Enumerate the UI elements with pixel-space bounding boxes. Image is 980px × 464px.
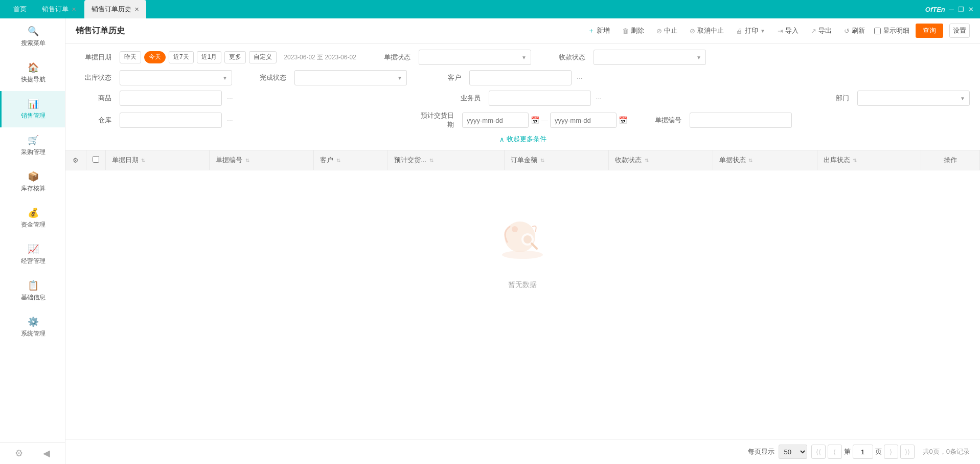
print-icon: 🖨 <box>736 27 743 35</box>
col-checkbox[interactable] <box>86 150 105 170</box>
col-settings[interactable]: ⚙ <box>65 150 86 170</box>
col-delivery-date[interactable]: 预计交货... ⇅ <box>388 150 505 170</box>
display-toggle[interactable]: 显示明细 <box>874 26 909 35</box>
date-btn-custom[interactable]: 自定义 <box>249 51 277 63</box>
warehouse-ellipsis-icon[interactable]: ··· <box>225 116 235 124</box>
page-number-input[interactable] <box>853 445 873 459</box>
salesperson-ellipsis-icon[interactable]: ··· <box>594 94 604 102</box>
salesperson-input[interactable] <box>489 91 591 106</box>
sort-order-no-icon: ⇅ <box>245 158 249 163</box>
customer-input[interactable] <box>469 70 572 85</box>
print-label: 打印 <box>745 26 758 35</box>
page-size-select[interactable]: 10 20 50 100 <box>779 445 807 459</box>
empty-svg <box>492 211 553 262</box>
page-header: 销售订单历史 ＋ 新增 🗑 删除 ⊘ 中止 ⊘ 取消中止 <box>65 18 980 43</box>
delivery-date-to-calendar-icon[interactable]: 📅 <box>619 116 627 124</box>
sidebar-settings-icon[interactable]: ⚙ <box>15 448 23 459</box>
delivery-date-label: 预计交货日期 <box>418 111 454 129</box>
col-order-no[interactable]: 单据编号 ⇅ <box>210 150 314 170</box>
customer-ellipsis-icon[interactable]: ··· <box>575 74 585 82</box>
sales-mgmt-icon: 📊 <box>28 98 39 109</box>
settings-button[interactable]: 设置 <box>949 24 970 38</box>
col-amount[interactable]: 订单金额 ⇅ <box>505 150 609 170</box>
tab-sales-order-history-close[interactable]: ✕ <box>134 6 139 13</box>
collapse-filter-btn[interactable]: ∧ 收起更多条件 <box>76 135 970 144</box>
print-button[interactable]: 🖨 打印 ▼ <box>733 24 768 37</box>
order-no-label: 单据编号 <box>646 116 681 125</box>
sys-mgmt-icon: ⚙️ <box>28 316 39 327</box>
restore-btn[interactable]: ❐ <box>958 6 964 13</box>
delivery-date-from-calendar-icon[interactable]: 📅 <box>531 116 539 124</box>
sidebar-item-quick-nav[interactable]: 🏠 快捷导航 <box>0 55 65 91</box>
page-summary: 共0页，0条记录 <box>923 447 970 456</box>
order-no-control <box>690 113 970 128</box>
product-input[interactable] <box>120 91 222 106</box>
col-order-status[interactable]: 单据状态 ⇅ <box>713 150 817 170</box>
sidebar-item-finance[interactable]: 💰 资金管理 <box>0 200 65 236</box>
svg-line-4 <box>532 244 537 249</box>
export-button[interactable]: ↗ 导出 <box>808 24 835 37</box>
order-no-input[interactable] <box>690 113 792 128</box>
refresh-button[interactable]: ↺ 刷新 <box>841 24 868 37</box>
add-label: 新增 <box>597 26 610 35</box>
dept-select[interactable]: ▼ <box>857 91 970 106</box>
sidebar-item-inventory[interactable]: 📦 库存核算 <box>0 164 65 200</box>
date-btn-last1m[interactable]: 近1月 <box>197 51 222 63</box>
tab-sales-order[interactable]: 销售订单 ✕ <box>35 0 83 18</box>
complete-status-chevron-icon: ▼ <box>397 75 402 81</box>
sidebar-item-search-menu[interactable]: 🔍 搜索菜单 <box>0 18 65 55</box>
delete-label: 删除 <box>631 26 644 35</box>
warehouse-input[interactable] <box>120 113 222 128</box>
cancel-stop-button[interactable]: ⊘ 取消中止 <box>687 24 727 37</box>
page-next-btn[interactable]: ⟩ <box>884 445 898 459</box>
stop-button[interactable]: ⊘ 中止 <box>653 24 680 37</box>
date-btn-today[interactable]: 今天 <box>144 51 166 63</box>
tab-sales-order-history-label: 销售订单历史 <box>92 5 131 14</box>
search-menu-icon: 🔍 <box>28 26 39 37</box>
query-button[interactable]: 查询 <box>916 24 943 38</box>
sidebar-bottom: ⚙ ◀ <box>0 442 65 464</box>
col-customer[interactable]: 客户 ⇅ <box>313 150 388 170</box>
stop-icon: ⊘ <box>656 27 662 35</box>
date-dash: — <box>541 117 548 124</box>
col-date[interactable]: 单据日期 ⇅ <box>105 150 210 170</box>
topbar: 首页 销售订单 ✕ 销售订单历史 ✕ OfTEn ─ ❐ ✕ <box>0 0 980 18</box>
sidebar-item-purchase-mgmt[interactable]: 🛒 采购管理 <box>0 127 65 164</box>
payment-status-select[interactable]: ▼ <box>594 50 706 65</box>
add-button[interactable]: ＋ 新增 <box>585 24 613 37</box>
delete-button[interactable]: 🗑 删除 <box>619 24 647 37</box>
tab-sales-order-history[interactable]: 销售订单历史 ✕ <box>84 0 146 18</box>
page-last-btn[interactable]: ⟩⟩ <box>900 445 915 459</box>
sidebar-item-operations[interactable]: 📈 经营管理 <box>0 236 65 273</box>
tab-home[interactable]: 首页 <box>6 0 34 18</box>
complete-status-select[interactable]: ▼ <box>294 70 407 85</box>
date-btn-more[interactable]: 更多 <box>224 51 246 63</box>
col-payment-status[interactable]: 收款状态 ⇅ <box>609 150 713 170</box>
date-btn-yesterday[interactable]: 昨天 <box>120 51 141 63</box>
col-stock-out-status[interactable]: 出库状态 ⇅ <box>817 150 921 170</box>
display-toggle-checkbox[interactable] <box>874 28 881 34</box>
delivery-date-to-input[interactable] <box>550 113 617 128</box>
select-all-checkbox[interactable] <box>93 156 99 163</box>
sidebar-item-sales-mgmt[interactable]: 📊 销售管理 <box>0 91 65 127</box>
import-button[interactable]: ⇥ 导入 <box>774 24 802 37</box>
delivery-date-from-input[interactable] <box>462 113 529 128</box>
page-prev-btn[interactable]: ⟨ <box>828 445 842 459</box>
tab-sales-order-close[interactable]: ✕ <box>72 6 76 13</box>
sidebar-item-quick-nav-label: 快捷导航 <box>21 75 45 84</box>
page-first-btn[interactable]: ⟨⟨ <box>811 445 826 459</box>
sort-customer-icon: ⇅ <box>336 158 340 163</box>
sidebar-item-sales-mgmt-label: 销售管理 <box>21 112 45 120</box>
sort-payment-status-icon: ⇅ <box>645 158 649 163</box>
date-btn-last7[interactable]: 近7天 <box>169 51 194 63</box>
sidebar-collapse-icon[interactable]: ◀ <box>43 448 50 459</box>
sidebar-item-sys-mgmt[interactable]: ⚙️ 系统管理 <box>0 309 65 345</box>
page-title: 销售订单历史 <box>76 26 125 36</box>
window-close-btn[interactable]: ✕ <box>968 6 974 13</box>
order-status-select[interactable]: ▼ <box>419 50 531 65</box>
product-ellipsis-icon[interactable]: ··· <box>225 94 235 102</box>
filter-row-2: 出库状态 ▼ 完成状态 ▼ 客户 ··· <box>76 70 970 85</box>
stock-out-select[interactable]: ▼ <box>120 70 232 85</box>
minimize-btn[interactable]: ─ <box>949 6 954 13</box>
sidebar-item-basic-info[interactable]: 📋 基础信息 <box>0 273 65 309</box>
